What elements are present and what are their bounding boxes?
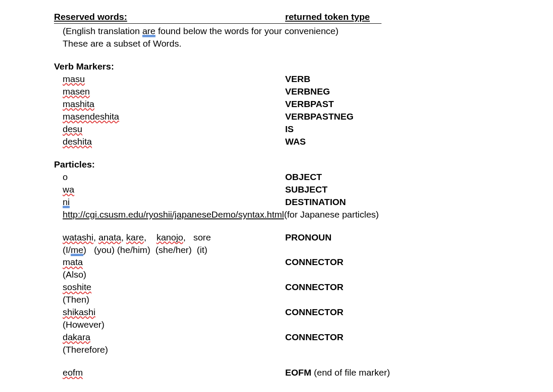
trans-she: (she/her) [156, 245, 192, 255]
pronoun-token: PRONOUN [285, 231, 331, 244]
verb-markers-title: Verb Markers: [54, 60, 553, 73]
verb-row: desu IS [63, 123, 553, 136]
verb-word: masendeshita [63, 111, 119, 121]
connector-token: CONNECTOR [285, 256, 343, 269]
verb-token: VERB [285, 73, 310, 85]
verb-word: deshita [63, 136, 92, 146]
verb-word: mashita [63, 99, 95, 109]
verb-row: masu VERB [63, 73, 553, 85]
particles-link-suffix: (for Japanese particles) [284, 209, 378, 221]
trans-me: me [71, 245, 83, 255]
sp [192, 245, 197, 255]
connector-trans: (Also) [63, 269, 285, 281]
connector-trans-row: (Also) [63, 269, 553, 281]
intro-are: are [142, 26, 155, 36]
particle-row: o OBJECT [63, 171, 553, 183]
verb-token: VERBNEG [285, 85, 330, 98]
header-token-type: returned token type [285, 11, 370, 23]
connector-trans: (Then) [63, 294, 285, 306]
intro-block: (English translation are found below the… [63, 25, 553, 50]
sp [150, 245, 156, 255]
verb-token: VERBPAST [285, 98, 334, 111]
pronoun-w4: kanojo [156, 232, 183, 242]
connector-trans: (However) [63, 319, 285, 331]
particle-token: SUBJECT [285, 183, 327, 196]
verb-word: desu [63, 124, 83, 134]
connector-token: CONNECTOR [285, 331, 343, 344]
verb-word: masu [63, 74, 85, 84]
intro-line1b: found below the words for your convenien… [156, 26, 339, 36]
connector-row: dakara CONNECTOR [63, 331, 553, 344]
verb-row: masen VERBNEG [63, 85, 553, 98]
eofm-word: eofm [63, 367, 83, 377]
trans-a: (I/ [63, 245, 71, 255]
comma: , [93, 232, 99, 242]
particle-word: o [63, 172, 68, 182]
sp [86, 245, 94, 255]
connector-row: soshite CONNECTOR [63, 281, 553, 294]
verb-token: VERBPASTNEG [285, 111, 353, 123]
connector-word: mata [63, 257, 83, 267]
pronoun-trans-row: (I/me) (you) (he/him) (she/her) (it) [63, 244, 553, 256]
particle-token: DESTINATION [285, 196, 346, 209]
trans-he: (he/him) [117, 245, 150, 255]
header-row: Reserved words: returned token type [54, 11, 381, 24]
connector-word: shikashi [63, 307, 95, 317]
connector-token: CONNECTOR [285, 306, 343, 319]
pronoun-w2: anata [99, 232, 121, 242]
verb-row: deshita WAS [63, 136, 553, 148]
particles-title: Particles: [54, 158, 553, 171]
connector-token: CONNECTOR [285, 281, 343, 294]
connector-trans-row: (Therefore) [63, 344, 553, 356]
connector-trans-row: (Then) [63, 294, 553, 306]
particle-row: wa SUBJECT [63, 183, 553, 196]
comma: , [121, 232, 126, 242]
verb-token: WAS [285, 136, 306, 148]
particles-link[interactable]: http://cgi.csusm.edu/ryoshii/japaneseDem… [63, 209, 284, 221]
pronoun-w5: sore [193, 232, 211, 242]
pronoun-w3: kare [126, 232, 144, 242]
intro-line2: These are a subset of Words. [63, 38, 181, 48]
connector-word: soshite [63, 282, 92, 292]
connector-row: mata CONNECTOR [63, 256, 553, 269]
pronoun-w1: watashi [63, 232, 93, 242]
trans-it: (it) [197, 245, 207, 255]
connector-row: shikashi CONNECTOR [63, 306, 553, 319]
verb-token: IS [285, 123, 294, 136]
connector-trans: (Therefore) [63, 344, 285, 356]
intro-line1a: (English translation [63, 26, 142, 36]
eofm-token-bold: EOFM [285, 367, 311, 377]
header-reserved-words: Reserved words: [54, 11, 285, 23]
eofm-token-rest: (end of file marker) [311, 367, 390, 377]
particle-word: wa [63, 184, 74, 194]
connector-word: dakara [63, 332, 90, 342]
pronoun-row: watashi, anata, kare, kanojo, sore PRONO… [63, 231, 553, 244]
eofm-row: eofm EOFM (end of file marker) [63, 367, 553, 379]
particle-word: ni [63, 197, 70, 207]
particle-row: ni DESTINATION [63, 196, 553, 209]
verb-word: masen [63, 86, 90, 96]
verb-row: masendeshita VERBPASTNEG [63, 111, 553, 123]
comma: , [183, 232, 193, 242]
particle-link-row: http://cgi.csusm.edu/ryoshii/japaneseDem… [63, 209, 553, 221]
comma: , [144, 232, 156, 242]
verb-row: mashita VERBPAST [63, 98, 553, 111]
trans-you: (you) [94, 245, 114, 255]
trans-b: ) [83, 245, 86, 255]
connector-trans-row: (However) [63, 319, 553, 331]
particle-token: OBJECT [285, 171, 322, 183]
